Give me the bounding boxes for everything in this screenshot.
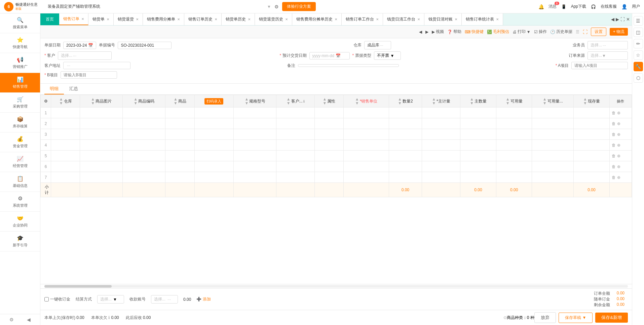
table-cell[interactable] bbox=[460, 129, 496, 140]
table-cell[interactable] bbox=[123, 118, 165, 129]
table-cell[interactable] bbox=[532, 161, 574, 172]
tab-close-sales-fee[interactable]: ✕ bbox=[177, 17, 180, 21]
gear-settings-icon[interactable]: ⚙ bbox=[274, 4, 279, 9]
table-cell[interactable] bbox=[460, 118, 496, 129]
warehouse-sort-icon[interactable]: ▲▼ bbox=[59, 97, 63, 105]
image-sort-icon[interactable]: ▲▼ bbox=[91, 97, 95, 105]
table-cell[interactable] bbox=[496, 129, 532, 140]
product-count-icon[interactable]: ⊙ bbox=[503, 315, 507, 320]
customer-addr-input[interactable]: ··· bbox=[63, 62, 130, 69]
table-cell[interactable] bbox=[344, 140, 389, 151]
table-cell[interactable] bbox=[344, 118, 389, 129]
table-cell[interactable] bbox=[276, 129, 314, 140]
table-cell[interactable] bbox=[460, 161, 496, 172]
table-cell[interactable] bbox=[234, 129, 276, 140]
table-cell[interactable] bbox=[460, 172, 496, 183]
tab-close-sales-order[interactable]: ✕ bbox=[81, 17, 84, 21]
notification-area[interactable]: 🔔 8 消息 bbox=[538, 4, 557, 9]
project-a-input[interactable] bbox=[571, 62, 628, 69]
table-cell[interactable] bbox=[344, 108, 389, 118]
tab-sales-return[interactable]: 销货退货 ✕ bbox=[114, 13, 143, 25]
subtab-detail[interactable]: 明细 bbox=[44, 84, 64, 94]
table-cell[interactable] bbox=[80, 161, 123, 172]
table-cell[interactable] bbox=[574, 172, 610, 183]
table-cell[interactable] bbox=[532, 129, 574, 140]
table-cell[interactable] bbox=[389, 129, 422, 140]
table-cell[interactable] bbox=[389, 161, 422, 172]
sidebar-item-inventory[interactable]: 📦 库存核算 bbox=[0, 113, 40, 132]
staff-input[interactable]: 选择... ··· bbox=[588, 41, 628, 49]
payment-method-select[interactable]: 选择... ▼ bbox=[97, 295, 124, 303]
save-new-button[interactable]: 保存&新增 bbox=[595, 313, 628, 323]
table-cell[interactable] bbox=[389, 118, 422, 129]
table-cell[interactable] bbox=[194, 140, 234, 151]
table-cell[interactable] bbox=[194, 172, 234, 183]
table-cell[interactable] bbox=[123, 140, 165, 151]
table-cell[interactable] bbox=[80, 140, 123, 151]
row-action-cell[interactable]: 🗑⊕ bbox=[609, 172, 632, 183]
add-payment-btn[interactable]: ➕ 添加 bbox=[196, 296, 211, 302]
table-cell[interactable] bbox=[123, 172, 165, 183]
tab-close-return-history[interactable]: ✕ bbox=[285, 17, 288, 21]
calendar-icon[interactable]: 📅 bbox=[88, 43, 93, 48]
table-cell[interactable] bbox=[389, 172, 422, 183]
th-settings[interactable]: ⚙ bbox=[41, 95, 51, 108]
table-cell[interactable] bbox=[51, 151, 80, 161]
tab-close-all-icon[interactable]: ✕ bbox=[626, 17, 630, 22]
toolbar-pagination-next[interactable]: ▶ bbox=[425, 30, 428, 34]
table-cell[interactable] bbox=[422, 108, 460, 118]
tab-daily-reconcile[interactable]: 钱货日清对账 ✕ bbox=[424, 13, 462, 25]
toolbar-help[interactable]: ❓ 帮助 bbox=[447, 29, 461, 35]
custcode-info-icon[interactable]: ℹ bbox=[303, 99, 305, 103]
tab-prev-icon[interactable]: ◀ bbox=[611, 17, 614, 22]
tab-close-sales-history[interactable]: ✕ bbox=[215, 17, 217, 21]
tab-goods-history[interactable]: 销货单历史 ✕ bbox=[222, 13, 255, 25]
table-cell[interactable] bbox=[194, 108, 234, 118]
customer-input[interactable]: 选择... ··· bbox=[58, 51, 112, 60]
qty2-sort-icon[interactable]: ▲▼ bbox=[398, 97, 402, 105]
toolbar-view[interactable]: ▶ 视频 bbox=[432, 29, 444, 35]
table-cell[interactable] bbox=[123, 108, 165, 118]
right-panel-btn-6[interactable]: ⬡ bbox=[634, 73, 643, 83]
table-cell[interactable] bbox=[51, 108, 80, 118]
row-delete-icon[interactable]: 🗑 bbox=[612, 143, 616, 148]
spec-sort-icon[interactable]: ▲▼ bbox=[245, 97, 249, 105]
table-cell[interactable] bbox=[496, 108, 532, 118]
save-draft-dropdown-icon[interactable]: ▼ bbox=[582, 315, 586, 320]
toolbar-profit[interactable]: 💹 毛利预估 bbox=[487, 29, 509, 35]
attr-sort-icon[interactable]: ▲▼ bbox=[323, 97, 327, 105]
table-cell[interactable] bbox=[574, 151, 610, 161]
toolbar-layout-icon[interactable]: ☰ bbox=[576, 30, 579, 34]
table-cell[interactable] bbox=[344, 172, 389, 183]
save-draft-button[interactable]: 保存草稿 ▼ bbox=[559, 313, 593, 323]
table-cell[interactable] bbox=[389, 108, 422, 118]
table-cell[interactable] bbox=[574, 129, 610, 140]
scroll-track[interactable] bbox=[44, 285, 628, 288]
table-cell[interactable] bbox=[574, 140, 610, 151]
note-input[interactable] bbox=[298, 64, 399, 67]
row-copy-icon[interactable]: ⊕ bbox=[617, 164, 620, 169]
sidebar-item-system[interactable]: ⚙ 系统管理 bbox=[0, 192, 40, 212]
table-cell[interactable] bbox=[194, 129, 234, 140]
scan-button[interactable]: 扫码录入 bbox=[204, 98, 223, 105]
mainqty-sort-icon[interactable]: ▲▼ bbox=[470, 97, 474, 105]
code-sort-icon[interactable]: ▲▼ bbox=[134, 97, 138, 105]
table-cell[interactable] bbox=[194, 118, 234, 129]
table-cell[interactable] bbox=[80, 151, 123, 161]
print-dropdown-icon[interactable]: ▼ bbox=[527, 30, 531, 34]
tab-close-daily-reconcile[interactable]: ✕ bbox=[455, 17, 457, 21]
table-cell[interactable] bbox=[314, 129, 343, 140]
date-input[interactable]: 2023-03-24 📅 bbox=[63, 42, 96, 49]
table-cell[interactable] bbox=[344, 129, 389, 140]
row-action-cell[interactable]: 🗑⊕ bbox=[609, 161, 632, 172]
table-cell[interactable] bbox=[234, 140, 276, 151]
toolbar-shortcut[interactable]: ⌨ 快捷键 bbox=[465, 29, 484, 35]
sidebar-item-base-info[interactable]: 📋 基础信息 bbox=[0, 172, 40, 192]
table-cell[interactable] bbox=[51, 140, 80, 151]
scroll-thumb[interactable] bbox=[44, 285, 112, 288]
sidebar-item-operations[interactable]: 📈 经营管理 bbox=[0, 152, 40, 172]
calendar2-icon[interactable]: 📅 bbox=[336, 53, 341, 58]
table-cell[interactable] bbox=[314, 140, 343, 151]
table-cell[interactable] bbox=[422, 118, 460, 129]
row-action-cell[interactable]: 🗑⊕ bbox=[609, 140, 632, 151]
